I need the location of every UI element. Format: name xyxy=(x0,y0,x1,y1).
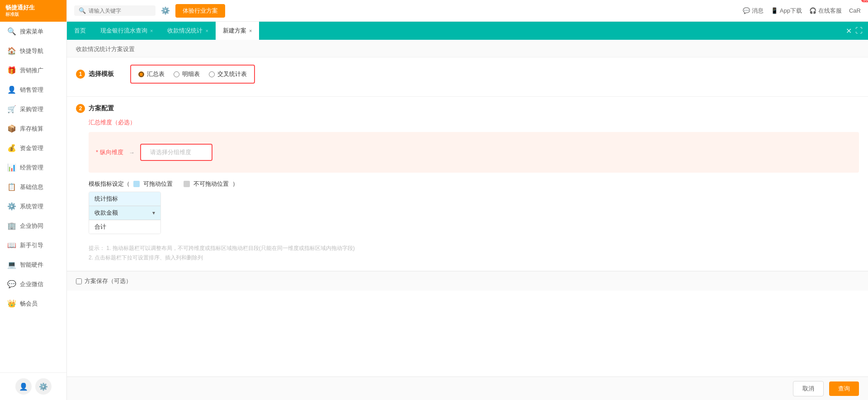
sidebar-item-sales[interactable]: 👤销售管理 xyxy=(0,80,66,99)
radio-group: 汇总表明细表交叉统计表 xyxy=(138,70,247,78)
indicator-row-1: 合计 xyxy=(89,220,160,234)
tab-bank-flow[interactable]: 现金银行流水查询× xyxy=(93,22,160,40)
indicator-header: 模板指标设定（ 可拖动位置 不可拖动位置 ） xyxy=(89,180,859,188)
indicator-row-0[interactable]: 收款金额▾ xyxy=(89,206,160,220)
indicator-table: 统计指标 收款金额▾合计 xyxy=(89,192,161,234)
sidebar-item-label: 企业协同 xyxy=(20,222,43,230)
sidebar-item-label: 企业微信 xyxy=(20,280,43,288)
wechat-icon: 💬 xyxy=(7,280,16,288)
sidebar-item-member[interactable]: 👑畅会员 xyxy=(0,294,66,313)
dimension-area: * 纵向维度 → 请选择分组维度 xyxy=(89,132,859,173)
sidebar-bottom: 👤 ⚙️ xyxy=(0,372,66,400)
tab-close-receipt-stat[interactable]: × xyxy=(205,28,208,33)
system-icon: ⚙️ xyxy=(7,202,16,211)
maximize-icon[interactable]: ⛶ xyxy=(855,27,863,35)
dim-row: * 纵向维度 → 请选择分组维度 xyxy=(96,144,212,161)
step1-section: 1 选择模板 汇总表明细表交叉统计表 xyxy=(67,57,868,96)
sidebar-item-search[interactable]: 🔍搜索菜单 xyxy=(0,22,66,41)
logo-sub: 标准版 xyxy=(5,11,35,18)
user-name: CaR xyxy=(849,7,861,14)
tab-new-plan[interactable]: 新建方案× xyxy=(216,22,259,40)
tab-receipt-stat[interactable]: 收款情况统计× xyxy=(160,22,215,40)
step2-circle: 2 xyxy=(76,104,85,113)
member-icon: 👑 xyxy=(7,299,16,308)
sidebar-item-label: 基础信息 xyxy=(20,183,43,191)
radio-summary[interactable]: 汇总表 xyxy=(138,70,165,78)
user-name-btn[interactable]: CaR xyxy=(849,7,861,14)
enterprise-icon: 🏢 xyxy=(7,221,16,230)
indicator-label-0: 收款金额 xyxy=(94,209,118,217)
sidebar-nav: 🔍搜索菜单🏠快捷导航🎁营销推广👤销售管理🛒采购管理📦库存核算💰资金管理📊经营管理… xyxy=(0,22,66,372)
topbar-search-box[interactable]: 🔍 xyxy=(74,5,156,16)
sidebar-item-label: 搜索菜单 xyxy=(20,28,43,36)
sidebar-bottom-btn-1[interactable]: 👤 xyxy=(15,378,32,395)
hint-section: 提示： 1. 拖动标题栏可以调整布局，不可跨维度或指标区域拖动栏目段(只能在同一… xyxy=(89,245,859,262)
sidebar-item-finance[interactable]: 💰资金管理 xyxy=(0,138,66,158)
radio-input-summary[interactable] xyxy=(138,71,144,77)
close-window-icon[interactable]: ✕ xyxy=(846,27,852,35)
sidebar-item-operation[interactable]: 📊经营管理 xyxy=(0,158,66,177)
industry-btn[interactable]: 体验行业方案 xyxy=(175,4,225,18)
sidebar-item-label: 销售管理 xyxy=(20,86,43,94)
save-checkbox[interactable]: 方案保存（可选） xyxy=(76,277,859,285)
radio-input-detail[interactable] xyxy=(174,71,179,77)
sidebar-item-label: 库存核算 xyxy=(20,125,43,133)
radio-input-cross[interactable] xyxy=(209,71,215,77)
radio-label-summary: 汇总表 xyxy=(147,70,165,78)
page-content-area: 收款情况统计方案设置 1 选择模板 汇总表明细表交叉统计表 2 方案配置 xyxy=(67,40,868,376)
indicator-table-header: 统计指标 xyxy=(89,192,160,206)
topbar-right: 💬 消息 99+ 📱 App下载 🎧 在线客服 CaR xyxy=(743,7,861,15)
sidebar-item-basic-info[interactable]: 📋基础信息 xyxy=(0,177,66,197)
sidebar-item-marketing[interactable]: 🎁营销推广 xyxy=(0,61,66,80)
notification-badge: 99+ xyxy=(861,0,868,2)
confirm-button[interactable]: 查询 xyxy=(829,381,859,396)
step1-circle: 1 xyxy=(76,70,85,79)
sidebar-item-inventory[interactable]: 📦库存核算 xyxy=(0,119,66,138)
tabbar: 首页现金银行流水查询×收款情况统计×新建方案× ✕ ⛶ xyxy=(67,22,868,40)
search-input[interactable] xyxy=(89,8,143,14)
step1-title: 选择模板 xyxy=(89,70,114,78)
notification-icon: 💬 xyxy=(743,7,750,14)
quick-nav-icon: 🏠 xyxy=(7,47,16,55)
vertical-dim-label: * 纵向维度 xyxy=(96,148,123,156)
tab-close-bank-flow[interactable]: × xyxy=(150,28,153,33)
cancel-button[interactable]: 取消 xyxy=(793,381,824,396)
sidebar-logo: 畅捷通好生 标准版 xyxy=(0,0,66,22)
save-section: 方案保存（可选） xyxy=(67,271,868,291)
logo-text: 畅捷通好生 xyxy=(5,4,35,11)
tab-close-new-plan[interactable]: × xyxy=(249,28,252,33)
sidebar-item-label: 采购管理 xyxy=(20,105,43,113)
sidebar-item-purchase[interactable]: 🛒采购管理 xyxy=(0,99,66,119)
sidebar-item-guide[interactable]: 📖新手引导 xyxy=(0,235,66,255)
sidebar-item-quick-nav[interactable]: 🏠快捷导航 xyxy=(0,41,66,61)
radio-detail[interactable]: 明细表 xyxy=(174,70,200,78)
dropdown-icon-0[interactable]: ▾ xyxy=(152,210,155,216)
download-icon: 📱 xyxy=(771,7,778,14)
tab-label: 现金银行流水查询 xyxy=(100,27,147,35)
save-checkbox-input[interactable] xyxy=(76,278,82,284)
settings-icon[interactable]: ⚙️ xyxy=(161,6,170,15)
indicator-label-1: 合计 xyxy=(94,223,106,231)
app-download-btn[interactable]: 📱 App下载 xyxy=(771,7,802,15)
inventory-icon: 📦 xyxy=(7,124,16,133)
sidebar-item-hardware[interactable]: 💻智能硬件 xyxy=(0,255,66,274)
support-btn[interactable]: 🎧 在线客服 xyxy=(809,7,842,15)
radio-cross[interactable]: 交叉统计表 xyxy=(209,70,247,78)
sidebar-item-wechat[interactable]: 💬企业微信 xyxy=(0,274,66,294)
sidebar-item-system[interactable]: ⚙️系统管理 xyxy=(0,197,66,216)
indicator-section: 模板指标设定（ 可拖动位置 不可拖动位置 ） 统计指标 收款金额▾合计 xyxy=(89,180,859,235)
dim-select[interactable]: 请选择分组维度 xyxy=(140,144,212,161)
tab-home[interactable]: 首页 xyxy=(67,22,93,40)
tab-label: 新建方案 xyxy=(223,27,246,35)
step2-label: 2 方案配置 xyxy=(76,104,859,113)
footer: 取消 查询 xyxy=(67,376,868,400)
tab-label: 收款情况统计 xyxy=(167,27,203,35)
sidebar-item-label: 营销推广 xyxy=(20,66,43,75)
sidebar-item-label: 畅会员 xyxy=(20,300,38,308)
sidebar-bottom-btn-2[interactable]: ⚙️ xyxy=(35,378,52,395)
notification-btn[interactable]: 💬 消息 99+ xyxy=(743,7,764,15)
main-content: 🔍 ⚙️ 体验行业方案 💬 消息 99+ 📱 App下载 🎧 在线客服 CaR xyxy=(67,0,868,400)
radio-label-cross: 交叉统计表 xyxy=(217,70,247,78)
dim-arrow: → xyxy=(129,149,135,156)
sidebar-item-enterprise[interactable]: 🏢企业协同 xyxy=(0,216,66,235)
